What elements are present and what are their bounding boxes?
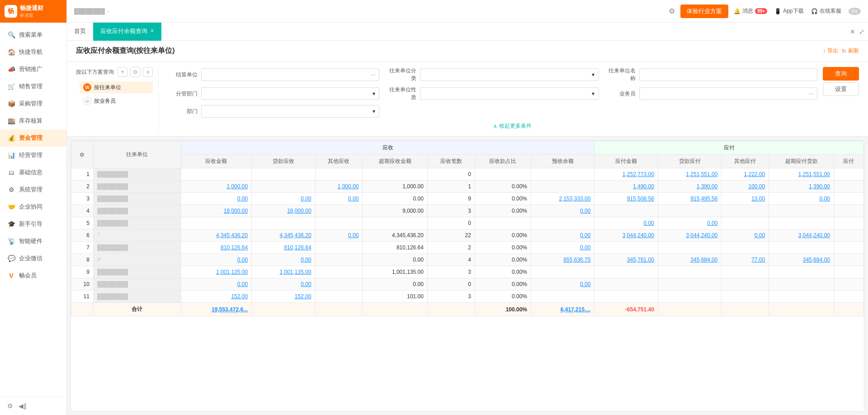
tab-close-icon[interactable]: ✕ (150, 28, 154, 34)
purchase-icon: 📦 (7, 100, 15, 107)
sidebar-item-guide[interactable]: 🎓 新手引导 (0, 215, 66, 233)
home-icon: 🏠 (7, 48, 15, 56)
table-settings-icon-cell[interactable]: ⚙ (71, 141, 94, 168)
home-tab-label: 首页 (74, 27, 86, 35)
partner-name-cell: ████████ (93, 205, 181, 217)
collapse-sidebar-icon[interactable]: ◀‖ (19, 402, 27, 410)
partner-name-cell: ████████ (93, 181, 181, 193)
table-row: 674,345,436.204,345,436.200.004,345,436.… (71, 229, 864, 242)
refresh-icon: ↻ (842, 48, 846, 54)
user-menu[interactable]: Rit (849, 8, 861, 14)
export-button[interactable]: ↑ 导出 (823, 47, 838, 55)
partner-name-cell: ████████ (93, 168, 181, 181)
inventory-icon: 🏬 (7, 117, 15, 124)
sidebar-item-marketing[interactable]: 📣 营销推广 (0, 61, 66, 78)
table-row: 4████████18,000.0018,000.009,000.0030.00… (71, 205, 864, 217)
notifications-badge: 99+ (755, 8, 767, 14)
app-download-button[interactable]: 📱 App下载 (774, 7, 803, 15)
promo-button[interactable]: 体验行业方案 (680, 5, 728, 18)
filter-collapse-btn[interactable]: « (143, 67, 153, 77)
partner-category-select[interactable]: ▾ (420, 68, 598, 81)
download-icon: 📱 (774, 8, 781, 14)
filter-nav-by-staff[interactable]: ⊙ 按业务员 (80, 95, 153, 107)
filter-setting-button[interactable]: 设置 (823, 82, 859, 96)
partner-nature-label: 往来单位性质 (385, 86, 416, 101)
filter-settings-btn[interactable]: ⊙ (130, 67, 140, 77)
salesperson-input[interactable]: ··· (639, 87, 817, 100)
query-button[interactable]: 查询 (823, 67, 859, 81)
search-icon: 🔍 (7, 31, 15, 38)
department-select[interactable]: ▾ (201, 105, 379, 118)
footer-ap-amount: -654,751.40 (594, 303, 658, 316)
filter-collapse-icon: « (146, 69, 150, 75)
settings-gear-icon[interactable]: ⚙ (669, 7, 675, 15)
main-content: 首页 应收应付余额查询 ✕ ✕ ⤢ 应收应付余额查询(按往来单位) ↑ 导出 ↻… (67, 23, 868, 415)
settlement-unit-input[interactable]: ··· (201, 68, 379, 81)
marketing-icon: 📣 (7, 66, 15, 73)
table-row: 3████████0.000.000.000.0090.00%2,153,333… (71, 193, 864, 205)
tab-bar: 首页 应收应付余额查询 ✕ ✕ ⤢ (67, 23, 868, 41)
sidebar-item-member[interactable]: V 畅会员 (0, 267, 66, 284)
online-service-label: 在线客服 (820, 7, 841, 15)
filter-partner-name: 往来单位名称 (604, 67, 817, 82)
header: ████████ › ⚙ 体验行业方案 🔔 消息 99+ 📱 App下载 🎧 在… (67, 0, 868, 23)
salesperson-text[interactable] (643, 91, 809, 97)
manage-dept-select[interactable]: ▾ (201, 87, 379, 100)
partner-name-input[interactable] (639, 68, 817, 81)
sidebar-item-quick-nav[interactable]: 🏠 快捷导航 (0, 43, 66, 61)
sidebar-item-collab[interactable]: 🤝 企业协同 (0, 198, 66, 215)
filter-actions: + ⊙ « (118, 67, 153, 77)
notifications-button[interactable]: 🔔 消息 99+ (734, 7, 767, 15)
filter-right-buttons: 查询 设置 (817, 67, 859, 118)
sidebar-item-operations[interactable]: 📊 经营管理 (0, 147, 66, 164)
table-row: 5████████00.000.00 (71, 217, 864, 229)
sidebar-item-search[interactable]: 🔍 搜索菜单 (0, 26, 66, 43)
finance-icon: 💰 (7, 134, 15, 142)
sidebar-item-hardware[interactable]: 📡 智能硬件 (0, 233, 66, 250)
filter-nav-by-unit[interactable]: W 按往来单位 (80, 81, 153, 93)
operations-icon: 📊 (7, 152, 15, 159)
sidebar-item-finance[interactable]: 💰 资金管理 (0, 129, 66, 147)
th-ar-overdue: 超期应收金额 (363, 155, 428, 168)
sidebar-item-sales[interactable]: 🛒 销售管理 (0, 78, 66, 95)
th-ar-advance: 预收余额 (531, 155, 594, 168)
tab-ar-ap[interactable]: 应收应付余额查询 ✕ (93, 23, 161, 41)
footer-ar-advance[interactable]: 6,417,215.... (531, 303, 594, 316)
settlement-unit-text[interactable] (205, 72, 371, 78)
tab-home[interactable]: 首页 (67, 23, 93, 41)
notifications-label: 消息 (742, 7, 753, 15)
settlement-unit-dots[interactable]: ··· (371, 72, 375, 78)
partner-name-cell: ████████ (93, 193, 181, 205)
online-service-button[interactable]: 🎧 在线客服 (811, 7, 841, 15)
filter-nav: W 按往来单位 ⊙ 按业务员 (80, 81, 153, 107)
partner-nature-select[interactable]: ▾ (420, 87, 598, 100)
logo-icon: 畅 (5, 5, 17, 18)
filter-add-btn[interactable]: + (118, 67, 127, 77)
salesperson-label: 业务员 (604, 90, 636, 98)
member-icon: V (7, 272, 15, 279)
partner-name-cell: ████████ (93, 278, 181, 291)
bell-icon: 🔔 (734, 8, 741, 14)
sidebar-label-search: 搜索菜单 (19, 31, 42, 39)
filter-collapse-more-btn[interactable]: ∧ 收起更多条件 (166, 119, 859, 133)
th-ap-other: 其他应付 (722, 155, 769, 168)
partner-name-cell: ████████ (93, 242, 181, 254)
salesperson-dots[interactable]: ··· (809, 91, 813, 97)
sales-icon: 🛒 (7, 83, 15, 90)
sidebar-item-wechat[interactable]: 💬 企业微信 (0, 250, 66, 267)
export-icon: ↑ (823, 48, 826, 54)
close-window-icon[interactable]: ✕ (850, 28, 855, 35)
sidebar-item-purchase[interactable]: 📦 采购管理 (0, 95, 66, 112)
sidebar-nav: 🔍 搜索菜单 🏠 快捷导航 📣 营销推广 🛒 销售管理 📦 采购管理 🏬 库存核… (0, 23, 66, 396)
sidebar-item-inventory[interactable]: 🏬 库存核算 (0, 112, 66, 129)
footer-ar-amount[interactable]: 19,553,472,6... (181, 303, 252, 316)
th-ar-count: 应收笔数 (427, 155, 475, 168)
refresh-button[interactable]: ↻ 刷新 (842, 47, 859, 55)
settings-bottom-icon[interactable]: ⚙ (7, 402, 13, 410)
sidebar-item-system[interactable]: ⚙ 系统管理 (0, 181, 66, 198)
fullscreen-icon[interactable]: ⤢ (859, 28, 864, 35)
filter-manage-dept: 分管部门 ▾ (166, 86, 379, 101)
sidebar-item-basic[interactable]: 🗂 基础信息 (0, 164, 66, 181)
th-partner: 往来单位 (93, 141, 181, 168)
th-ap-amount: 应付金额 (594, 155, 658, 168)
